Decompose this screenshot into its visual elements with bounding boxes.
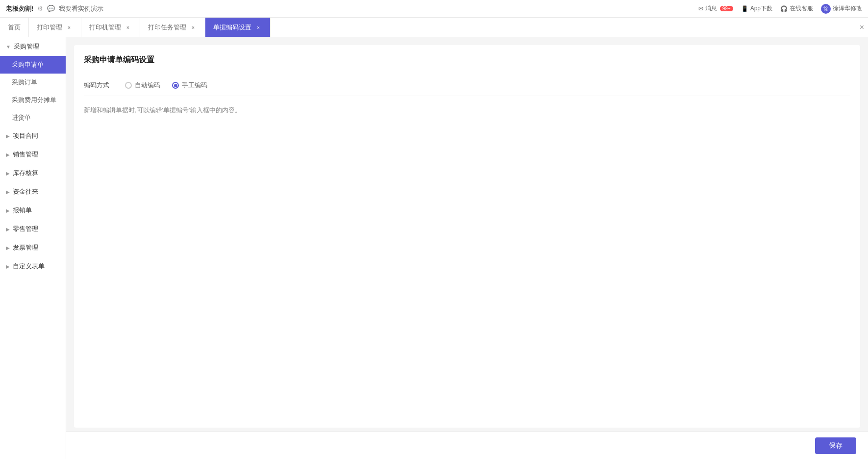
sidebar-item-purchase-order-label: 采购订单 bbox=[12, 78, 37, 86]
app-icon: 📱 bbox=[741, 5, 748, 12]
hint-text: 新增和编辑单据时,可以编辑'单据编号'输入框中的内容。 bbox=[84, 106, 850, 115]
sidebar-item-purchase-request-label: 采购申请单 bbox=[12, 61, 44, 68]
content-panel: 采购申请单编码设置 编码方式 自动编码 手工编码 新增和编辑单据时,可以编辑'单… bbox=[74, 45, 860, 428]
tab-print-manage[interactable]: 打印管理 × bbox=[29, 18, 81, 37]
top-bar-right: ✉ 消息 99+ 📱 App下数 🎧 在线客服 徐 徐泽华修改 bbox=[698, 4, 862, 14]
arrow-right-icon-3: ▶ bbox=[6, 171, 10, 176]
tab-print-task-label: 打印任务管理 bbox=[148, 23, 186, 32]
announcement-icon: 💬 bbox=[47, 5, 55, 12]
tab-printer-manage-label: 打印机管理 bbox=[89, 23, 121, 32]
coding-method-row: 编码方式 自动编码 手工编码 bbox=[84, 75, 850, 96]
radio-auto-circle bbox=[125, 82, 132, 89]
arrow-right-icon-5: ▶ bbox=[6, 208, 10, 213]
sidebar-group-capital-label: 资金往来 bbox=[13, 187, 38, 196]
user-name-label: 徐泽华修改 bbox=[833, 4, 862, 13]
sidebar-item-purchase-expense-label: 采购费用分摊单 bbox=[12, 96, 56, 103]
arrow-right-icon-1: ▶ bbox=[6, 133, 10, 139]
message-icon: ✉ bbox=[698, 5, 703, 12]
radio-manual-circle bbox=[172, 82, 179, 89]
panel-title: 采购申请单编码设置 bbox=[84, 55, 850, 65]
sidebar-group-sales-label: 销售管理 bbox=[13, 150, 38, 159]
sidebar-item-goods-receipt-label: 进货单 bbox=[12, 114, 31, 121]
sidebar-group-project-title[interactable]: ▶ 项目合同 bbox=[0, 127, 66, 145]
tab-printer-manage[interactable]: 打印机管理 × bbox=[81, 18, 140, 37]
arrow-right-icon-8: ▶ bbox=[6, 264, 10, 269]
sidebar-group-expense: ▶ 报销单 bbox=[0, 201, 66, 220]
app-download-section[interactable]: 📱 App下数 bbox=[741, 4, 772, 13]
sidebar-item-purchase-order[interactable]: 采购订单 bbox=[0, 74, 66, 91]
sidebar-group-invoice-label: 发票管理 bbox=[13, 243, 38, 252]
sidebar: ▼ 采购管理 采购申请单 采购订单 采购费用分摊单 进货单 ▶ 项目合同 bbox=[0, 37, 66, 459]
announcement-text[interactable]: 我要看实例演示 bbox=[59, 4, 103, 13]
save-button[interactable]: 保存 bbox=[815, 437, 856, 454]
sidebar-group-inventory: ▶ 库存核算 bbox=[0, 164, 66, 182]
sidebar-group-expense-label: 报销单 bbox=[13, 206, 32, 215]
message-badge: 99+ bbox=[720, 6, 733, 11]
avatar-icon: 徐 bbox=[821, 4, 831, 14]
sidebar-group-inventory-label: 库存核算 bbox=[13, 169, 38, 178]
arrow-right-icon-7: ▶ bbox=[6, 245, 10, 251]
top-bar-left: 老板勿割! ⚙ 💬 我要看实例演示 bbox=[6, 4, 103, 13]
sidebar-group-inventory-title[interactable]: ▶ 库存核算 bbox=[0, 164, 66, 182]
tab-print-manage-close[interactable]: × bbox=[65, 24, 73, 31]
tab-home-label: 首页 bbox=[8, 23, 21, 32]
online-service-section[interactable]: 🎧 在线客服 bbox=[780, 4, 813, 13]
sidebar-group-capital: ▶ 资金往来 bbox=[0, 182, 66, 201]
sidebar-group-sales-title[interactable]: ▶ 销售管理 bbox=[0, 145, 66, 164]
arrow-right-icon-6: ▶ bbox=[6, 227, 10, 232]
sidebar-group-sales: ▶ 销售管理 bbox=[0, 145, 66, 164]
bottom-bar: 保存 bbox=[66, 432, 868, 459]
sidebar-item-goods-receipt[interactable]: 进货单 bbox=[0, 109, 66, 127]
sidebar-group-retail-label: 零售管理 bbox=[13, 225, 38, 233]
tab-barcode-setting[interactable]: 单据编码设置 × bbox=[205, 18, 271, 37]
sidebar-item-purchase-expense[interactable]: 采购费用分摊单 bbox=[0, 91, 66, 109]
tab-home[interactable]: 首页 bbox=[0, 18, 29, 37]
top-bar: 老板勿割! ⚙ 💬 我要看实例演示 ✉ 消息 99+ 📱 App下数 🎧 在线客… bbox=[0, 0, 868, 18]
tab-barcode-setting-close[interactable]: × bbox=[254, 24, 262, 31]
sidebar-group-expense-title[interactable]: ▶ 报销单 bbox=[0, 201, 66, 220]
tab-print-manage-label: 打印管理 bbox=[37, 23, 62, 32]
radio-manual-label: 手工编码 bbox=[182, 81, 207, 90]
message-label: 消息 bbox=[705, 4, 717, 13]
radio-manual-code[interactable]: 手工编码 bbox=[172, 81, 207, 90]
sidebar-group-purchase: ▼ 采购管理 采购申请单 采购订单 采购费用分摊单 进货单 bbox=[0, 37, 66, 127]
online-service-label: 在线客服 bbox=[790, 4, 813, 13]
tab-print-task[interactable]: 打印任务管理 × bbox=[140, 18, 205, 37]
arrow-right-icon-2: ▶ bbox=[6, 152, 10, 157]
tab-printer-manage-close[interactable]: × bbox=[124, 24, 132, 31]
sidebar-group-custom-label: 自定义表单 bbox=[13, 262, 45, 271]
main-content: 采购申请单编码设置 编码方式 自动编码 手工编码 新增和编辑单据时,可以编辑'单… bbox=[66, 37, 868, 459]
sidebar-group-invoice: ▶ 发票管理 bbox=[0, 238, 66, 257]
headset-icon: 🎧 bbox=[780, 5, 788, 12]
sidebar-group-custom-title[interactable]: ▶ 自定义表单 bbox=[0, 257, 66, 276]
sidebar-group-invoice-title[interactable]: ▶ 发票管理 bbox=[0, 238, 66, 257]
tab-barcode-setting-label: 单据编码设置 bbox=[213, 23, 251, 32]
sidebar-group-project: ▶ 项目合同 bbox=[0, 127, 66, 145]
tab-bar: 首页 打印管理 × 打印机管理 × 打印任务管理 × 单据编码设置 × × bbox=[0, 18, 868, 37]
arrow-down-icon: ▼ bbox=[6, 44, 11, 50]
sidebar-group-purchase-label: 采购管理 bbox=[14, 42, 39, 51]
radio-auto-code[interactable]: 自动编码 bbox=[125, 81, 160, 90]
coding-method-label: 编码方式 bbox=[84, 81, 109, 90]
sidebar-group-capital-title[interactable]: ▶ 资金往来 bbox=[0, 182, 66, 201]
radio-auto-label: 自动编码 bbox=[135, 81, 160, 90]
global-close-btn[interactable]: × bbox=[860, 23, 864, 32]
sidebar-group-custom: ▶ 自定义表单 bbox=[0, 257, 66, 276]
layout: ▼ 采购管理 采购申请单 采购订单 采购费用分摊单 进货单 ▶ 项目合同 bbox=[0, 37, 868, 459]
sidebar-group-purchase-title[interactable]: ▼ 采购管理 bbox=[0, 37, 66, 56]
settings-icon[interactable]: ⚙ bbox=[37, 5, 43, 12]
logo-text: 老板勿割! bbox=[6, 4, 33, 13]
user-section[interactable]: 徐 徐泽华修改 bbox=[821, 4, 862, 14]
sidebar-group-retail-title[interactable]: ▶ 零售管理 bbox=[0, 220, 66, 238]
sidebar-item-purchase-request[interactable]: 采购申请单 bbox=[0, 56, 66, 74]
message-section[interactable]: ✉ 消息 99+ bbox=[698, 4, 733, 13]
arrow-right-icon-4: ▶ bbox=[6, 189, 10, 195]
app-download-label: App下数 bbox=[750, 4, 772, 13]
tab-print-task-close[interactable]: × bbox=[189, 24, 197, 31]
sidebar-group-retail: ▶ 零售管理 bbox=[0, 220, 66, 238]
sidebar-group-project-label: 项目合同 bbox=[13, 131, 38, 140]
